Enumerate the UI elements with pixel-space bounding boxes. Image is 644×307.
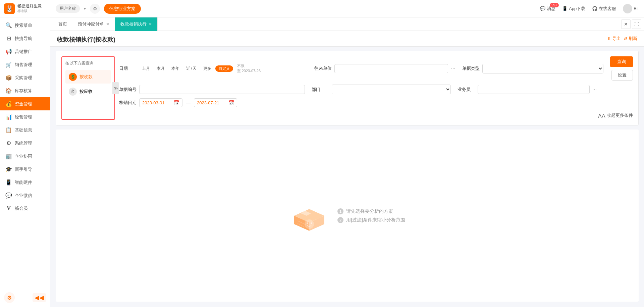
empty-svg-icon [289,196,329,236]
staff-input[interactable] [478,85,590,94]
empty-tip-1: 1 请先选择要分析的方案 [337,208,405,214]
topbar-gear-btn[interactable]: ⚙ [90,4,100,14]
staff-label: 业务员 [458,87,475,93]
tab-prepay[interactable]: 预付冲应付单 ✕ [72,17,115,31]
sidebar-item-sales[interactable]: 🛒 销售管理 [0,58,50,71]
mobile-icon: 📱 [562,6,568,11]
sidebar-item-vip[interactable]: V 畅会员 [0,202,50,215]
action-btns: 查询 设置 [610,56,633,81]
writeoff-end-input[interactable] [197,100,227,105]
topbar-app-download-btn[interactable]: 📱 App下载 [562,6,585,12]
sidebar-item-newbie[interactable]: 🎓 新手引导 [0,163,50,176]
sidebar-item-label: 采购管理 [15,75,32,81]
query-panel-collapse-btn[interactable]: ≫ [112,82,119,94]
writeoff-start-input[interactable] [142,100,172,105]
sales-icon: 🛒 [5,61,12,68]
sidebar-item-smart-hw[interactable]: 📱 智能硬件 [0,176,50,189]
newbie-icon: 🎓 [5,166,12,172]
biz-icon: 📊 [5,114,12,120]
topbar-message-btn[interactable]: 💬 消息 99+ [540,6,555,12]
query-panel: 按以下方案查询 💲 按收款 ⏱ 按应收 ≫ [61,56,115,120]
no-limit-to: 至 2023-07-26 [237,68,261,73]
query-option-by-receipt[interactable]: 💲 按收款 [65,70,111,84]
writeoff-end-cal-icon[interactable]: 📅 [228,100,234,105]
receipt-option-icon: 💲 [69,73,77,81]
export-btn[interactable]: ⬆ 导出 [607,36,621,42]
sidebar-item-marketing[interactable]: 📢 营销推广 [0,45,50,58]
counterparty-more-icon[interactable]: ··· [451,65,455,71]
dept-select[interactable] [332,85,451,94]
sidebar-item-enterprise[interactable]: 🏢 企业协同 [0,150,50,163]
sidebar-item-biz-mgmt[interactable]: 📊 经营管理 [0,110,50,123]
staff-more-icon[interactable]: ··· [592,87,597,93]
tab-receipt-writeoff[interactable]: 收款核销执行 ✕ [115,17,158,31]
collapse-more-label: 收起更多条件 [607,112,633,118]
industry-solution-btn[interactable]: 休憩行业方案 [104,4,141,14]
tabbar-right-controls: ✕ ⛶ [621,19,644,29]
date-btn-this-year[interactable]: 本年 [169,65,182,72]
app-logo: 🐰 畅捷通好生意 标准版 [0,0,50,17]
query-panel-title: 按以下方案查询 [65,60,111,66]
page-header: 收款核销执行(按收款) ⬆ 导出 ↺ 刷新 [50,31,644,47]
date-label: 日期 [119,65,137,71]
sidebar-nav: 🔍 搜索菜单 ⊞ 快捷导航 📢 营销推广 🛒 销售管理 📦 采购管理 🏠 库存核… [0,17,50,288]
sidebar-item-finance[interactable]: 💰 资金管理 [0,97,50,110]
writeoff-date-range: 📅 — 📅 [139,98,237,107]
sidebar-item-sys-mgmt[interactable]: ⚙ 系统管理 [0,137,50,150]
sidebar-item-label: 新手引导 [15,166,32,172]
purchase-icon: 📦 [5,74,12,81]
sidebar-item-search[interactable]: 🔍 搜索菜单 [0,19,50,32]
topbar-service-btn[interactable]: 🎧 在线客服 [592,6,616,12]
app-download-label: App下载 [569,6,585,12]
date-btn-last-month[interactable]: 上月 [139,65,153,72]
query-btn[interactable]: 查询 [610,56,633,67]
settings-bottom-btn[interactable]: ⚙ [4,292,15,303]
date-shortcut-btns: 上月 本月 本年 近7天 更多 自定义 [139,65,233,72]
refresh-btn[interactable]: ↺ 刷新 [624,36,637,42]
headset-icon: 🎧 [592,6,597,11]
query-option-by-receivable[interactable]: ⏱ 按应收 [65,85,111,98]
counterparty-input[interactable] [334,64,448,73]
sidebar-item-wechat[interactable]: 💬 企业微信 [0,189,50,202]
sidebar-collapse-btn[interactable]: ◀◀ [33,293,46,302]
sidebar-item-quick-nav[interactable]: ⊞ 快捷导航 [0,32,50,45]
app-sub: 标准版 [17,9,42,13]
export-label: 导出 [612,36,621,42]
sidebar-item-basic-info[interactable]: 📋 基础信息 [0,123,50,137]
empty-tips: 1 请先选择要分析的方案 2 用[过滤]条件来缩小分析范围 [337,208,405,223]
filter-group-dept: 部门 [312,85,451,94]
tab-close-btn[interactable]: ✕ [621,19,631,29]
sidebar-item-label: 销售管理 [15,62,32,68]
wechat-icon: 💬 [5,192,12,199]
receipt-option-label: 按收款 [79,74,93,80]
no-limit-label: 不限 [237,63,261,68]
date-btn-this-month[interactable]: 本月 [154,65,167,72]
tab-prepay-close-icon[interactable]: ✕ [106,22,109,27]
sidebar-item-label: 企业协同 [15,153,32,159]
tab-receipt-close-icon[interactable]: ✕ [149,22,152,27]
tab-home[interactable]: 首页 [53,17,72,31]
doc-type-select[interactable] [482,64,603,73]
topbar-user-info[interactable]: Rit [623,4,639,13]
sidebar-item-purchase[interactable]: 📦 采购管理 [0,71,50,84]
date-btn-7days[interactable]: 近7天 [183,65,199,72]
tab-fullscreen-btn[interactable]: ⛶ [632,19,641,29]
doc-no-input[interactable] [139,85,305,94]
search-icon: 🔍 [5,22,12,29]
dropdown-arrow-icon[interactable]: ▾ [84,6,86,11]
setting-btn[interactable]: 设置 [611,70,633,81]
empty-state: 1 请先选择要分析的方案 2 用[过滤]条件来缩小分析范围 [56,130,639,302]
filter-fields: 日期 上月 本月 本年 近7天 更多 自定义 不限 至 2023-07-26 [119,56,633,120]
page-title: 收款核销执行(按收款) [57,36,607,44]
filter-row-1: 日期 上月 本月 本年 近7天 更多 自定义 不限 至 2023-07-26 [119,56,633,81]
username-label: Rit [634,6,639,11]
date-btn-more[interactable]: 更多 [201,65,214,72]
date-btn-custom[interactable]: 自定义 [215,65,233,72]
sidebar-item-inventory[interactable]: 🏠 库存核算 [0,84,50,97]
writeoff-start-cal-icon[interactable]: 📅 [174,100,179,105]
finance-icon: 💰 [5,101,12,107]
tab-home-label: 首页 [58,21,67,27]
svg-point-4 [305,219,314,229]
collapse-more-btn[interactable]: ⋀⋀ 收起更多条件 [119,111,633,120]
topbar-user: 用户名称 [56,4,80,13]
